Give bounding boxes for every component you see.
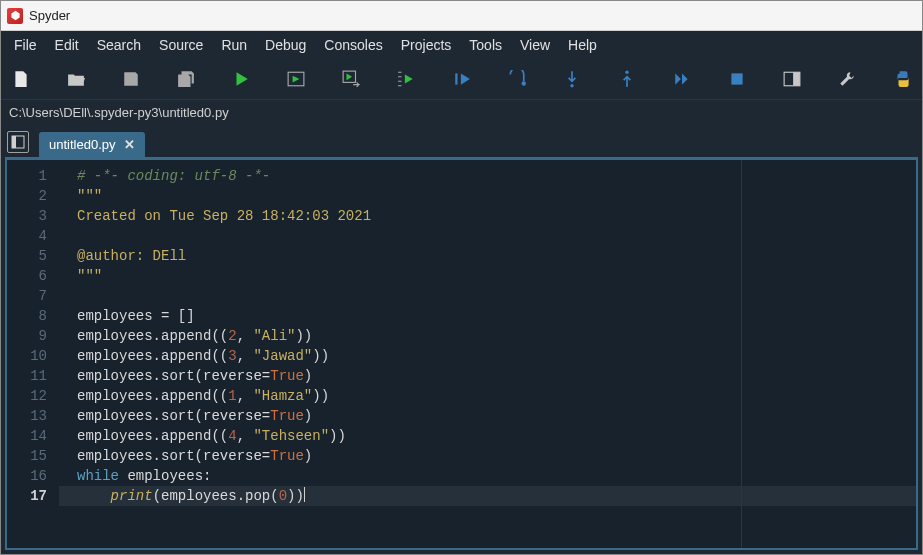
code-area[interactable]: # -*- coding: utf-8 -*-"""Created on Tue… bbox=[59, 160, 916, 548]
menu-debug[interactable]: Debug bbox=[256, 33, 315, 57]
svg-rect-10 bbox=[12, 136, 16, 148]
svg-point-5 bbox=[625, 71, 628, 74]
menu-tools[interactable]: Tools bbox=[460, 33, 511, 57]
open-file-icon[interactable] bbox=[66, 69, 85, 89]
menu-file[interactable]: File bbox=[5, 33, 46, 57]
debug-next-icon[interactable] bbox=[673, 69, 692, 89]
svg-point-4 bbox=[570, 84, 573, 87]
run-icon[interactable] bbox=[232, 69, 251, 89]
tools-icon[interactable] bbox=[838, 69, 857, 89]
app-window: Spyder File Edit Search Source Run Debug… bbox=[0, 0, 923, 555]
menu-view[interactable]: View bbox=[511, 33, 559, 57]
menu-search[interactable]: Search bbox=[88, 33, 150, 57]
pathbar: C:\Users\DEll\.spyder-py3\untitled0.py bbox=[1, 99, 922, 125]
menu-projects[interactable]: Projects bbox=[392, 33, 461, 57]
menu-help[interactable]: Help bbox=[559, 33, 606, 57]
tab-untitled0[interactable]: untitled0.py ✕ bbox=[39, 132, 145, 157]
titlebar-text: Spyder bbox=[29, 8, 70, 23]
debug-step-icon[interactable] bbox=[507, 69, 526, 89]
svg-rect-2 bbox=[455, 73, 457, 84]
outline-toggle-icon[interactable] bbox=[7, 131, 29, 153]
file-path: C:\Users\DEll\.spyder-py3\untitled0.py bbox=[9, 105, 229, 120]
toolbar bbox=[1, 59, 922, 99]
python-icon[interactable] bbox=[893, 69, 912, 89]
debug-continue-icon[interactable] bbox=[452, 69, 471, 89]
menu-consoles[interactable]: Consoles bbox=[315, 33, 391, 57]
editor[interactable]: 1234567891011121314151617 # -*- coding: … bbox=[5, 157, 918, 550]
run-selection-icon[interactable] bbox=[397, 69, 416, 89]
line-gutter: 1234567891011121314151617 bbox=[7, 160, 59, 548]
tab-close-icon[interactable]: ✕ bbox=[124, 137, 135, 152]
menu-edit[interactable]: Edit bbox=[46, 33, 88, 57]
menubar: File Edit Search Source Run Debug Consol… bbox=[1, 31, 922, 59]
debug-step-in-icon[interactable] bbox=[562, 69, 581, 89]
tabbar: untitled0.py ✕ bbox=[1, 125, 922, 157]
right-margin-line bbox=[741, 160, 742, 548]
save-all-icon[interactable] bbox=[176, 69, 195, 89]
run-cell-next-icon[interactable] bbox=[342, 69, 361, 89]
menu-source[interactable]: Source bbox=[150, 33, 212, 57]
new-file-icon[interactable] bbox=[11, 69, 30, 89]
debug-stop-icon[interactable] bbox=[728, 69, 747, 89]
panel-icon[interactable] bbox=[783, 69, 802, 89]
menu-run[interactable]: Run bbox=[212, 33, 256, 57]
titlebar: Spyder bbox=[1, 1, 922, 31]
save-icon[interactable] bbox=[121, 69, 140, 89]
debug-step-out-icon[interactable] bbox=[617, 69, 636, 89]
tab-label: untitled0.py bbox=[49, 137, 116, 152]
run-cell-icon[interactable] bbox=[287, 69, 306, 89]
svg-rect-8 bbox=[793, 72, 800, 86]
svg-rect-6 bbox=[732, 73, 743, 84]
spyder-app-icon bbox=[7, 8, 23, 24]
svg-point-3 bbox=[521, 81, 526, 86]
